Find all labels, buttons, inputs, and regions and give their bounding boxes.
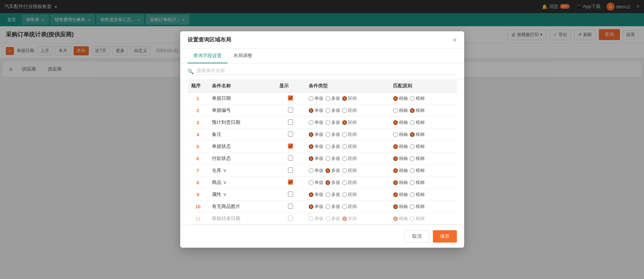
modal-close-button[interactable]: ×: [453, 37, 457, 43]
modal-search-area: 🔍: [180, 63, 464, 80]
th-order: 顺序: [187, 80, 209, 80]
table-header-row: 顺序 条件名称 显示 条件类型: [187, 80, 457, 80]
tab-layout-adjust[interactable]: 布局调整: [228, 49, 258, 63]
th-name: 条件名称: [208, 80, 276, 80]
modal-table: 顺序 条件名称 显示 条件类型: [187, 80, 457, 80]
modal-overlay: 设置查询区域布局 × 查询字段设置 布局调整 🔍: [0, 0, 644, 80]
th-type: 条件类型: [305, 80, 389, 80]
th-display: 显示: [276, 80, 305, 80]
modal-tabs: 查询字段设置 布局调整: [180, 49, 464, 63]
tab-query-fields[interactable]: 查询字段设置: [187, 49, 228, 63]
search-input[interactable]: [197, 68, 457, 75]
modal-table-wrap: 顺序 条件名称 显示 条件类型: [180, 80, 464, 80]
settings-modal: 设置查询区域布局 × 查询字段设置 布局调整 🔍: [180, 31, 464, 80]
search-icon: 🔍: [187, 68, 194, 74]
modal-title: 设置查询区域布局: [187, 36, 231, 43]
th-match: 匹配原则: [390, 80, 457, 80]
modal-header: 设置查询区域布局 ×: [180, 31, 464, 49]
modal-body: 查询字段设置 布局调整 🔍 顺序: [180, 49, 464, 80]
